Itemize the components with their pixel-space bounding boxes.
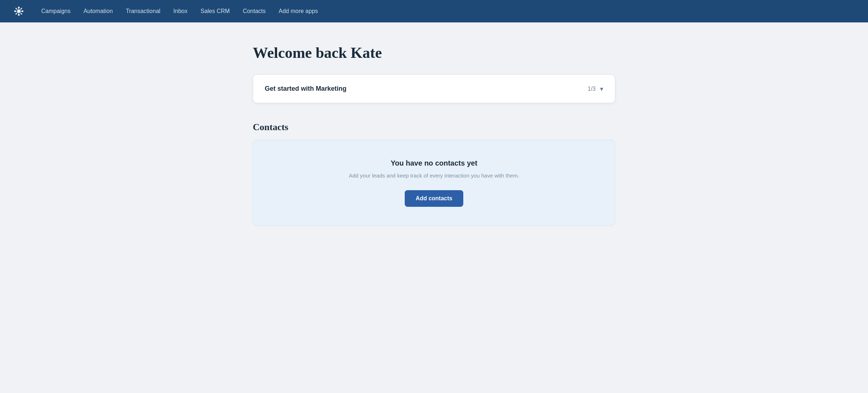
svg-point-2 — [18, 7, 20, 9]
svg-point-9 — [16, 13, 17, 14]
chevron-down-icon: ▾ — [600, 86, 603, 92]
add-contacts-button[interactable]: Add contacts — [405, 190, 463, 207]
logo[interactable] — [12, 4, 26, 18]
nav-item-automation[interactable]: Automation — [78, 5, 118, 17]
svg-point-5 — [22, 10, 24, 12]
get-started-card[interactable]: Get started with Marketing 1/3 ▾ — [253, 74, 615, 103]
welcome-title: Welcome back Kate — [253, 44, 615, 61]
main-content: Welcome back Kate Get started with Marke… — [244, 22, 624, 240]
svg-point-7 — [21, 13, 22, 14]
svg-point-8 — [21, 8, 22, 9]
get-started-right: 1/3 ▾ — [588, 86, 603, 92]
nav-item-add-more-apps[interactable]: Add more apps — [274, 5, 323, 17]
nav-links: Campaigns Automation Transactional Inbox… — [36, 8, 323, 14]
contacts-section-title: Contacts — [253, 122, 615, 133]
navbar: Campaigns Automation Transactional Inbox… — [0, 0, 868, 22]
get-started-progress: 1/3 — [588, 86, 596, 92]
contacts-empty-card: You have no contacts yet Add your leads … — [253, 140, 615, 226]
nav-item-sales-crm[interactable]: Sales CRM — [195, 5, 235, 17]
contacts-section: Contacts You have no contacts yet Add yo… — [253, 122, 615, 226]
nav-item-campaigns[interactable]: Campaigns — [36, 5, 76, 17]
nav-item-contacts[interactable]: Contacts — [238, 5, 271, 17]
svg-point-6 — [16, 8, 17, 9]
nav-item-inbox[interactable]: Inbox — [168, 5, 192, 17]
nav-item-transactional[interactable]: Transactional — [121, 5, 165, 17]
contacts-empty-title: You have no contacts yet — [391, 159, 477, 167]
svg-point-4 — [14, 10, 16, 12]
get-started-label: Get started with Marketing — [265, 85, 346, 93]
svg-point-1 — [17, 10, 21, 13]
contacts-empty-subtitle: Add your leads and keep track of every i… — [349, 172, 519, 180]
svg-point-3 — [18, 14, 20, 16]
